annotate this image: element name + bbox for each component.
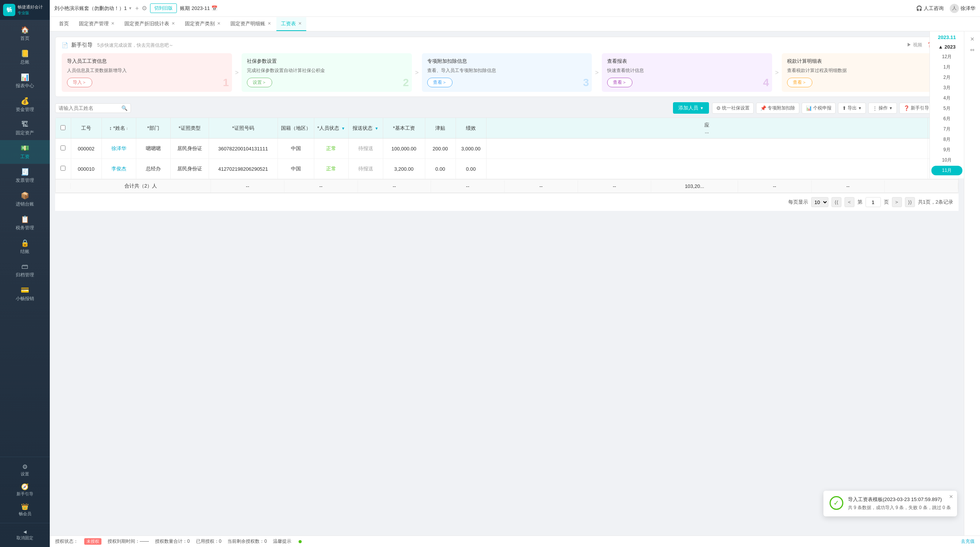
checkbox-0[interactable] (60, 145, 65, 150)
sidebar-item-close[interactable]: 🔒结账 (0, 235, 50, 259)
content-area: ▶ 视频 ❓ 帮助 ✕ 📄 新手引导 5步快速完成设置，快去完善信息吧～ 导入员… (50, 31, 980, 536)
video-link[interactable]: ▶ 视频 (907, 42, 922, 48)
tab-label-fixed-category: 固定资产类别 (185, 20, 215, 27)
user-menu[interactable]: 人 徐泽华 (950, 4, 975, 13)
step-btn-5[interactable]: 查看＞ (787, 78, 812, 87)
th-name[interactable]: ↕ *姓名 (101, 118, 136, 139)
switch-version-btn[interactable]: 切到旧版 (150, 3, 177, 13)
sidebar-item-home[interactable]: 🏠首页 (0, 22, 50, 46)
date-month-0[interactable]: 12月 (931, 52, 962, 62)
date-month-4[interactable]: 4月 (931, 93, 962, 103)
add-account-icon[interactable]: + (135, 5, 139, 12)
cancel-fixed-btn[interactable]: ◀ 取消固定 (2, 526, 48, 544)
guide-step-4: 查看报表 快速查看统计信息 查看＞ 4 (602, 53, 772, 92)
step-btn-3[interactable]: 查看＞ (427, 78, 452, 87)
guide-step-2: 社保参数设置 完成社保参数设置自动计算社保公积金 设置＞ 2 (242, 53, 412, 92)
nav-label-close: 结账 (20, 248, 29, 255)
table-footer: 合计共（2）人 -- -- -- -- -- -- 103,20... -- -… (56, 179, 958, 193)
sidebar-item-invoices[interactable]: 🧾发票管理 (0, 164, 50, 188)
panel-close-btn[interactable]: ✕ (969, 34, 976, 44)
sidebar-bottom-guide[interactable]: 🧭新手引导 (2, 480, 48, 500)
date-month-11[interactable]: 11月 (931, 166, 962, 175)
sidebar-bottom-member[interactable]: 👑畅会员 (2, 500, 48, 520)
tab-close-fixed-category[interactable]: ✕ (217, 21, 220, 26)
guide-step-3: 专项附加扣除信息 查看、导入员工专项附加扣除信息 查看＞ 3 (422, 53, 592, 92)
cell-dept-0: 嗯嗯嗯 (136, 139, 170, 159)
date-month-5[interactable]: 5月 (931, 104, 962, 113)
sidebar-item-funds[interactable]: 💰资金管理 (0, 93, 50, 117)
toast-content: 导入工资表模板(2023-03-23 15:07:59.897) 共 9 条数据… (848, 496, 951, 511)
tab-payroll[interactable]: 工资表✕ (276, 17, 306, 31)
account-selector[interactable]: 刘小艳演示账套（勿删勿动！）1 ▼ (54, 5, 132, 12)
step-btn-2[interactable]: 设置＞ (247, 78, 272, 87)
sidebar-item-fixed[interactable]: 🏗固定资产 (0, 117, 50, 140)
cell-emp-id-0: 000002 (71, 139, 101, 159)
date-month-7[interactable]: 7月 (931, 124, 962, 134)
tab-close-payroll[interactable]: ✕ (298, 21, 302, 26)
tab-close-fixed-detail[interactable]: ✕ (268, 21, 271, 26)
nav-icon-ledger: 📒 (21, 49, 29, 58)
period-selector[interactable]: 账期 2023-11 📅 (180, 5, 217, 12)
step-btn-4[interactable]: 查看＞ (607, 78, 632, 87)
nav-icon-reports: 📊 (21, 73, 29, 82)
prev-page-btn[interactable]: ＜ (844, 197, 854, 207)
date-month-10[interactable]: 10月 (931, 155, 962, 165)
sidebar-bottom-settings[interactable]: ⚙设置 (2, 460, 48, 480)
service-btn[interactable]: 🎧 人工咨询 (916, 5, 944, 12)
step-title-2: 社保参数设置 (247, 58, 407, 65)
date-month-3[interactable]: 3月 (931, 83, 962, 93)
table: 工号 ↕ *姓名 *部门 *证照类型 *证照号码 国籍（地区） *人员状态 ▼ … (56, 118, 958, 179)
page-unit: 页 (884, 199, 889, 206)
checkbox-1[interactable] (60, 166, 65, 171)
search-icon[interactable]: 🔍 (121, 105, 127, 111)
last-page-btn[interactable]: ⟩⟩ (905, 197, 915, 207)
panel-expand-btn[interactable]: ⇔ (969, 45, 976, 54)
tab-depreciation[interactable]: 固定资产折旧统计表✕ (120, 17, 180, 31)
sidebar-item-archive[interactable]: 🗃归档管理 (0, 259, 50, 282)
toast-close-btn[interactable]: ✕ (949, 494, 953, 500)
sidebar-item-payroll[interactable]: 💵工资 (0, 140, 50, 164)
page-number-input[interactable] (866, 197, 881, 207)
date-month-8[interactable]: 8月 (931, 135, 962, 144)
sidebar-item-tax[interactable]: 📋税务管理 (0, 211, 50, 235)
first-page-btn[interactable]: ⟨⟨ (831, 197, 841, 207)
guide-arrow-3: > (592, 69, 601, 76)
date-month-1[interactable]: 1月 (931, 62, 962, 72)
date-month-2[interactable]: 2月 (931, 73, 962, 82)
search-input[interactable] (59, 105, 120, 111)
tab-fixed-detail[interactable]: 固定资产明细账✕ (226, 17, 276, 31)
warn-label: 温馨提示 (273, 538, 291, 545)
ops-btn[interactable]: ⋮ 操作 ▼ (868, 103, 897, 114)
date-month-9[interactable]: 9月 (931, 145, 962, 155)
tax-report-btn[interactable]: 📊 个税申报 (802, 103, 836, 114)
date-month-6[interactable]: 6月 (931, 114, 962, 124)
sidebar-item-ledger[interactable]: 📒总账 (0, 46, 50, 69)
guide-arrow-1: > (232, 69, 242, 76)
special-deduction-btn[interactable]: 📌 专项附加扣除 (756, 103, 799, 114)
settings-icon[interactable]: ⚙ (142, 5, 147, 12)
nav-icon-home: 🏠 (21, 26, 29, 34)
tab-home[interactable]: 首页 (54, 17, 74, 31)
toast-notification: ✓ 导入工资表模板(2023-03-23 15:07:59.897) 共 9 条… (823, 491, 957, 516)
sidebar-item-inventory[interactable]: 📦进销台账 (0, 188, 50, 211)
prev-year-icon[interactable]: ▲ (938, 44, 943, 50)
tab-close-depreciation[interactable]: ✕ (172, 21, 175, 26)
per-page-select[interactable]: 10 20 50 (811, 197, 828, 207)
tool-buttons: ⚙ 统一社保设置 📌 专项附加扣除 📊 个税申报 ⬆ 导出 ▼ (712, 103, 959, 114)
add-person-btn[interactable]: 添加人员 ▼ (673, 102, 709, 114)
recharge-btn[interactable]: 去充值 (961, 538, 975, 545)
guide-btn[interactable]: ❓ 新手引导 (899, 103, 933, 114)
cell-name-1[interactable]: 李俊杰 (101, 159, 136, 179)
tab-fixed-category[interactable]: 固定资产类别✕ (180, 17, 225, 31)
next-page-btn[interactable]: ＞ (892, 197, 902, 207)
sidebar-item-reports[interactable]: 📊报表中心 (0, 69, 50, 93)
select-all-checkbox[interactable] (60, 125, 65, 130)
step-btn-1[interactable]: 导入＞ (67, 78, 92, 87)
sidebar-item-expense[interactable]: 💳小畅报销 (0, 282, 50, 306)
cell-name-0[interactable]: 徐泽华 (101, 139, 136, 159)
social-insurance-btn[interactable]: ⚙ 统一社保设置 (712, 103, 754, 114)
footer-dash-4: -- (431, 180, 505, 192)
export-btn[interactable]: ⬆ 导出 ▼ (838, 103, 866, 114)
tab-fixed-assets[interactable]: 固定资产管理✕ (74, 17, 119, 31)
tab-close-fixed-assets[interactable]: ✕ (111, 21, 114, 26)
